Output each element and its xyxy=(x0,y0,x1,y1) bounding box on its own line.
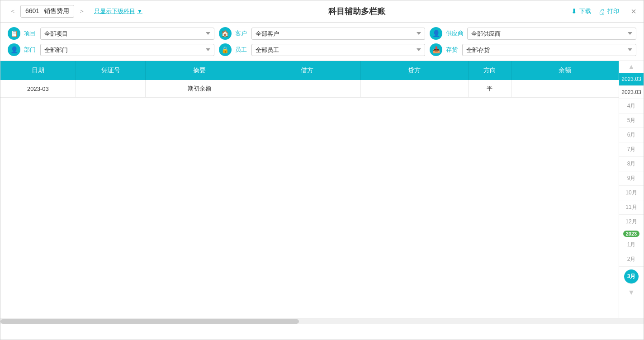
table-wrap: 日期 凭证号 摘要 借方 贷方 方向 余额 2023-03 期初余额 xyxy=(0,61,619,318)
filter-bar: 📋 项目 全部项目 🏠 客户 全部客户 👤 供应商 全部供应商 👤 部门 全 xyxy=(0,23,644,61)
account-nav: ＜ 6601 销售费用 ＞ xyxy=(8,5,87,18)
account-code-name: 6601 销售费用 xyxy=(20,5,74,18)
cell-voucher xyxy=(76,80,146,98)
supplier-label: 供应商 xyxy=(446,29,464,38)
filter-inventory: 📥 存货 全部存货 xyxy=(430,43,636,56)
year-badge: 2023 xyxy=(623,231,639,237)
print-label: 打印 xyxy=(607,7,619,15)
download-button[interactable]: ⬇ 下载 xyxy=(571,7,591,15)
filter-supplier: 👤 供应商 全部供应商 xyxy=(430,27,636,40)
filter-project: 📋 项目 全部项目 xyxy=(8,27,214,40)
close-button[interactable]: × xyxy=(631,6,636,17)
bottom-scrollbar[interactable] xyxy=(0,318,644,324)
show-sub-button[interactable]: 只显示下级科目 ▼ xyxy=(94,7,142,15)
filter-department: 👤 部门 全部部门 xyxy=(8,43,214,56)
month-10[interactable]: 10月 xyxy=(619,186,644,200)
cell-direction: 平 xyxy=(468,80,511,98)
inventory-icon: 📥 xyxy=(430,43,442,56)
department-label: 部门 xyxy=(24,46,37,54)
col-debit-header: 借方 xyxy=(253,61,361,80)
account-code: 6601 xyxy=(25,7,39,14)
month-2[interactable]: 2月 xyxy=(619,252,644,267)
prev-account-button[interactable]: ＜ xyxy=(8,6,18,16)
col-date-header: 日期 xyxy=(0,61,76,80)
right-panel: ▲ 2023.03 2023.03 4月 5月 6月 7月 8月 9月 10月 … xyxy=(619,61,644,318)
col-voucher-header: 凭证号 xyxy=(76,61,146,80)
cell-credit xyxy=(360,80,468,98)
month-4[interactable]: 4月 xyxy=(619,99,644,113)
inventory-label: 存货 xyxy=(446,46,459,54)
cell-summary: 期初余额 xyxy=(146,80,253,98)
month-3-active[interactable]: 3月 xyxy=(624,269,639,284)
month-9[interactable]: 9月 xyxy=(619,171,644,186)
panel-down-arrow[interactable]: ▼ xyxy=(619,287,644,298)
project-icon: 📋 xyxy=(8,27,20,40)
main-window: ＜ 6601 销售费用 ＞ 只显示下级科目 ▼ 科目辅助多栏账 ⬇ 下载 🖨 打… xyxy=(0,0,644,340)
month-2023-03-top[interactable]: 2023.03 xyxy=(619,73,644,86)
filter-employee: 🔒 员工 全部员工 xyxy=(219,43,426,56)
col-direction-header: 方向 xyxy=(468,61,511,80)
supplier-select[interactable]: 全部供应商 xyxy=(467,28,636,40)
col-credit-header: 贷方 xyxy=(360,61,468,80)
filter-customer: 🏠 客户 全部客户 xyxy=(219,27,426,40)
top-bar: ＜ 6601 销售费用 ＞ 只显示下级科目 ▼ 科目辅助多栏账 ⬇ 下载 🖨 打… xyxy=(0,0,644,23)
project-label: 项目 xyxy=(24,29,37,38)
employee-icon: 🔒 xyxy=(219,43,232,56)
month-7[interactable]: 7月 xyxy=(619,142,644,157)
department-select[interactable]: 全部部门 xyxy=(40,44,214,56)
month-6[interactable]: 6月 xyxy=(619,128,644,142)
employee-label: 员工 xyxy=(235,46,248,54)
supplier-icon: 👤 xyxy=(430,27,442,40)
cell-date: 2023-03 xyxy=(0,80,76,98)
month-1[interactable]: 1月 xyxy=(619,238,644,252)
panel-up-arrow[interactable]: ▲ xyxy=(619,61,644,73)
print-button[interactable]: 🖨 打印 xyxy=(598,7,619,15)
scrollbar-thumb xyxy=(0,319,299,324)
inventory-select[interactable]: 全部存货 xyxy=(462,44,636,56)
table-row: 2023-03 期初余额 平 xyxy=(0,80,619,98)
print-icon: 🖨 xyxy=(598,8,605,15)
ledger-table: 日期 凭证号 摘要 借方 贷方 方向 余额 2023-03 期初余额 xyxy=(0,61,619,98)
next-account-button[interactable]: ＞ xyxy=(77,6,87,16)
col-balance-header: 余额 xyxy=(511,61,619,80)
download-icon: ⬇ xyxy=(571,7,577,15)
active-month-wrap: 3月 xyxy=(619,267,644,287)
show-sub-arrow: ▼ xyxy=(137,8,142,14)
account-name-text: 销售费用 xyxy=(44,7,69,14)
month-12[interactable]: 12月 xyxy=(619,215,644,229)
top-actions: ⬇ 下载 🖨 打印 × xyxy=(571,6,636,17)
cell-debit xyxy=(253,80,361,98)
page-title: 科目辅助多栏账 xyxy=(142,6,571,17)
customer-icon: 🏠 xyxy=(219,27,232,40)
cell-balance xyxy=(511,80,619,98)
download-label: 下载 xyxy=(579,7,591,15)
project-select[interactable]: 全部项目 xyxy=(40,28,214,40)
department-icon: 👤 xyxy=(8,43,20,56)
month-8[interactable]: 8月 xyxy=(619,157,644,171)
customer-label: 客户 xyxy=(235,29,248,38)
main-content: 日期 凭证号 摘要 借方 贷方 方向 余额 2023-03 期初余额 xyxy=(0,61,644,318)
month-11[interactable]: 11月 xyxy=(619,200,644,215)
show-sub-label: 只显示下级科目 xyxy=(94,7,135,15)
employee-select[interactable]: 全部员工 xyxy=(251,44,426,56)
col-summary-header: 摘要 xyxy=(146,61,253,80)
month-2023-03[interactable]: 2023.03 xyxy=(619,86,644,99)
month-5[interactable]: 5月 xyxy=(619,113,644,128)
year-badge-wrap: 2023 xyxy=(619,229,644,238)
customer-select[interactable]: 全部客户 xyxy=(251,28,426,40)
